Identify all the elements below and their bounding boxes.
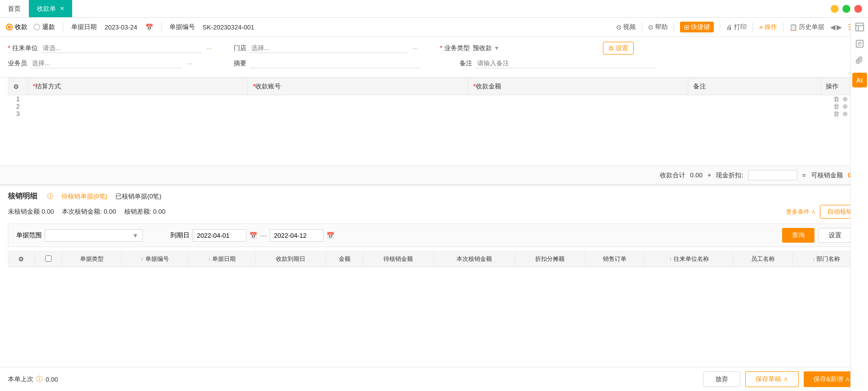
print-icon: 🖨 [726,24,732,31]
verify-info-icon[interactable]: ⓘ [47,192,54,201]
history-btn[interactable]: 📋 历史单据 [789,23,824,31]
row-1-account[interactable] [248,95,468,103]
equals-label: = [802,171,806,179]
row-3-amount[interactable] [468,110,688,117]
filter-settings-btn[interactable]: 设置 [818,228,852,243]
radio-refund-label: 退款 [42,23,55,31]
row-3-delete-icon[interactable]: 🗑 [833,110,840,117]
lower-col-check[interactable] [34,251,62,267]
lower-gear-icon: ⚙ [18,255,24,263]
row-1-num: 1 [8,95,28,103]
row-1-remarks[interactable] [688,95,821,103]
operations-btn[interactable]: ≡ 操作 [759,23,777,31]
toolbar-divider-6 [753,22,753,32]
current-stat: 本次核销金额: 0.00 [62,207,116,216]
sidebar-report-icon[interactable] [855,39,864,48]
abandon-btn[interactable]: 放弃 [703,371,740,387]
row-3-copy-icon[interactable]: ⊕ [842,110,848,117]
tab-receipt[interactable]: 收款单 ✕ [29,0,72,17]
summary-input[interactable] [249,58,420,68]
sidebar-table-icon[interactable] [855,23,864,31]
form-row-2: 业务员 ··· 摘要 备注 [8,58,860,68]
summary-row: 收款合计 0.00 + 现金折扣: = 可核销金额 0.00 [0,166,868,185]
row-3-settle[interactable] [28,110,248,117]
discount-input[interactable] [748,170,797,180]
discount-label: 现金折扣: [716,171,743,180]
more-conditions-btn[interactable]: 更多条件 ∧ [786,208,816,216]
video-icon: ⊙ [616,24,622,31]
window-close-btn[interactable] [854,5,862,13]
query-btn[interactable]: 查询 [782,228,814,243]
video-btn[interactable]: ⊙ 视频 [616,23,636,31]
nav-next-icon[interactable]: ▶ [837,23,842,31]
main-content: 收款 退款 单据日期 2023-03-24 📅 单据编号 SK-20230324… [0,18,868,391]
radio-refund[interactable]: 退款 [33,23,55,31]
counterparty-more-icon[interactable]: ··· [204,44,214,52]
calendar-icon[interactable]: 📅 [145,24,153,31]
lower-col-gear[interactable]: ⚙ [8,251,35,267]
settings-button[interactable]: ⚙ 设置 [603,42,634,55]
window-maximize-btn[interactable] [842,5,850,13]
row-1-delete-icon[interactable]: 🗑 [833,95,840,103]
done-tab[interactable]: 已核销单据(0笔) [115,192,162,201]
date-from-calendar-icon[interactable]: 📅 [249,232,257,239]
row-2-amount[interactable] [468,103,688,110]
shop-input[interactable] [249,43,407,53]
select-all-checkbox[interactable] [45,255,52,262]
gear-icon[interactable]: ⚙ [13,83,19,90]
filter-stats-row: 未核销金额 0.00 本次核销金额: 0.00 核销差额: 0.00 更多条件 … [8,205,860,219]
table-body: 1 🗑 ⊕ 2 [8,95,860,118]
tab-home[interactable]: 首页 [0,0,29,17]
row-2-copy-icon[interactable]: ⊕ [842,103,848,110]
row-1-amount[interactable] [468,95,688,103]
col-settings[interactable]: ⚙ [8,78,28,95]
row-3-account[interactable] [248,110,468,117]
row-1-copy-icon[interactable]: ⊕ [842,95,848,103]
shop-more-icon[interactable]: ··· [410,44,420,52]
shortcut-btn[interactable]: ⊞ 快捷键 [680,22,714,32]
carry-forward-info-icon[interactable]: ⓘ [36,375,43,384]
counterparty-field: * 往来单位 ··· [8,43,214,53]
print-btn[interactable]: 🖨 打印 [726,23,747,31]
draft-btn-label: 保存草稿 ∧ [756,375,788,384]
table-header: ⚙ *结算方式 *收款账号 *收款金额 备注 操作 [8,78,860,95]
close-tab-icon[interactable]: ✕ [60,5,64,12]
filter-actions: 查询 设置 [782,228,852,243]
date-to-input[interactable] [270,229,324,242]
shop-label: 门店 [234,44,246,53]
nav-prev-icon[interactable]: ◀ [830,23,836,31]
draft-btn[interactable]: 保存草稿 ∧ [745,371,799,387]
help-btn[interactable]: ⊙ 帮助 [648,23,668,31]
counterparty-input[interactable] [41,43,202,53]
settings-icon: ⚙ [608,45,614,52]
lower-col-sales-order: 销售订单 [585,251,645,267]
business-type-select[interactable]: 预收款 ▼ [473,44,500,53]
bottom-right: 放弃 保存草稿 ∧ 保存&新增 ∧ [703,371,860,387]
business-type-label: * 业务类型 [440,44,470,53]
range-label: 单据范围 [16,231,42,240]
staff-field: 业务员 ··· [8,58,194,68]
date-to-calendar-icon[interactable]: 📅 [326,232,334,239]
staff-label: 业务员 [8,59,27,68]
pending-tab[interactable]: 待核销单据(0笔) [61,192,108,201]
row-1-settle[interactable] [28,95,248,103]
radio-receipt[interactable]: 收款 [6,23,27,31]
unverified-label: 未核销金额 [8,208,40,215]
date-from-input[interactable] [192,229,246,242]
row-3-remarks[interactable] [688,110,821,117]
staff-more-icon[interactable]: ··· [185,59,194,67]
toolbar-divider-3 [642,22,642,32]
row-2-remarks[interactable] [688,103,821,110]
range-select[interactable]: ▼ [45,229,143,242]
row-2-settle[interactable] [28,103,248,110]
window-controls [831,5,868,13]
staff-input[interactable] [30,58,182,68]
radio-receipt-label: 收款 [15,23,27,31]
window-minimize-btn[interactable] [831,5,839,13]
row-2-delete-icon[interactable]: 🗑 [833,103,840,110]
row-2-account[interactable] [248,103,468,110]
sidebar-ai-icon[interactable]: Ai [852,73,867,87]
sidebar-attachment-icon[interactable] [855,56,864,65]
remarks-input[interactable] [475,58,656,68]
date-label: 到期日 [170,231,190,240]
